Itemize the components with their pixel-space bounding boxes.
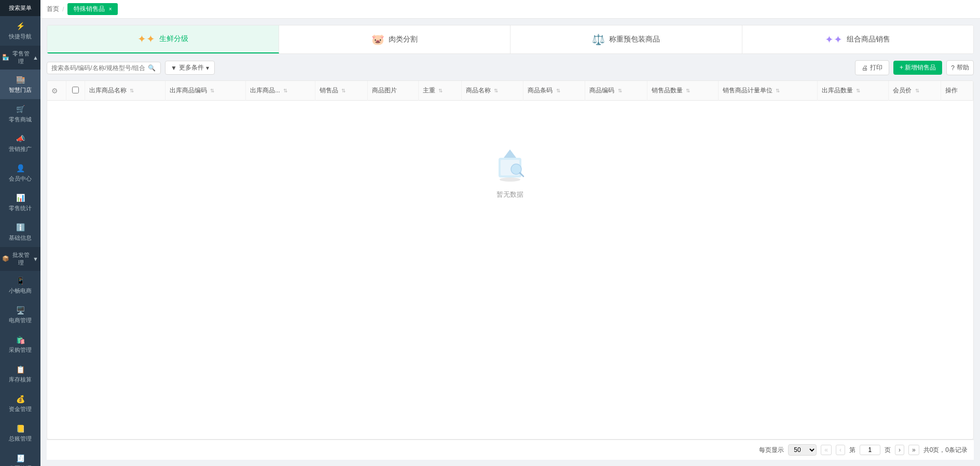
tab-combo-goods[interactable]: ✦✦ 组合商品销售 xyxy=(742,25,974,53)
col-out-product-name[interactable]: 出库商品名称 ⇅ xyxy=(85,81,165,101)
sidebar-item-retail-mall[interactable]: 🛒 零售商城 xyxy=(0,99,40,129)
page-size-label: 每页显示 xyxy=(759,446,784,455)
svg-marker-3 xyxy=(504,149,516,158)
sidebar-item-basic-info[interactable]: ℹ️ 基础信息 xyxy=(0,217,40,247)
member-center-icon: 👤 xyxy=(2,163,38,174)
toolbar: 🔍 ▼ 更多条件 ▾ 🖨 打印 + 新增销售品 ? 帮助 xyxy=(47,60,974,75)
sidebar-item-member-center[interactable]: 👤 会员中心 xyxy=(0,158,40,188)
last-page-button[interactable]: » xyxy=(908,445,919,455)
col-out-product-more[interactable]: 出库商品... ⇅ xyxy=(245,81,315,101)
ledger-mgmt-icon: 📒 xyxy=(2,424,38,434)
print-button[interactable]: 🖨 打印 xyxy=(855,60,889,75)
page-content: ✦✦ 生鲜分级 🐷 肉类分割 ⚖️ 称重预包装商品 ✦✦ 组合商品销售 🔍 xyxy=(40,19,980,466)
prev-page-button[interactable]: ‹ xyxy=(836,445,845,455)
retail-stats-icon: 📊 xyxy=(2,193,38,203)
page-label-pre: 第 xyxy=(849,446,855,455)
sidebar-item-smart-store[interactable]: 🏬 智慧门店 xyxy=(0,70,40,99)
tab-scale-prepack[interactable]: ⚖️ 称重预包装商品 xyxy=(510,25,742,53)
mini-shop-icon: 📱 xyxy=(2,276,38,286)
sort-icon9: ⇅ xyxy=(686,88,690,93)
col-sales-goods[interactable]: 销售品 ⇅ xyxy=(315,81,368,101)
col-product-image: 商品图片 xyxy=(368,81,419,101)
sidebar-item-mini-shop[interactable]: 📱 小畅电商 xyxy=(0,271,40,300)
retail-mall-icon: 🛒 xyxy=(2,104,38,115)
col-product-num[interactable]: 商品编码 ⇅ xyxy=(585,81,647,101)
retail-mgmt-icon: 🏪 xyxy=(2,54,9,61)
sidebar-item-inventory[interactable]: 📋 库存核算 xyxy=(0,360,40,389)
topbar: 首页 / 特殊销售品 × xyxy=(40,0,980,19)
current-page-input[interactable] xyxy=(860,445,880,455)
select-all-checkbox[interactable] xyxy=(72,87,79,93)
sort-icon3: ⇅ xyxy=(283,88,287,93)
help-icon: ? xyxy=(951,64,955,72)
sidebar-item-sales-promo[interactable]: 📣 营销推广 xyxy=(0,129,40,158)
sidebar-item-invoice-mgmt[interactable]: 🧾 发票管理 xyxy=(0,448,40,466)
empty-icon xyxy=(489,142,531,184)
sidebar-logo[interactable]: 搜索菜单 xyxy=(0,0,40,16)
empty-text: 暂无数据 xyxy=(496,190,523,199)
col-product-name[interactable]: 商品名称 ⇅ xyxy=(462,81,523,101)
sort-icon6: ⇅ xyxy=(494,88,498,93)
breadcrumb-active-tab[interactable]: 特殊销售品 × xyxy=(67,3,118,15)
col-checkbox[interactable] xyxy=(66,81,85,101)
tab-fresh-grade[interactable]: ✦✦ 生鲜分级 xyxy=(47,25,279,53)
col-sales-qty[interactable]: 销售品数量 ⇅ xyxy=(647,81,718,101)
combo-goods-icon: ✦✦ xyxy=(825,33,843,46)
col-member-price[interactable]: 会员价 ⇅ xyxy=(889,81,941,101)
empty-state: 暂无数据 xyxy=(47,101,973,241)
chevron-icon2: ▼ xyxy=(33,256,38,262)
toolbar-left: 🔍 ▼ 更多条件 ▾ xyxy=(47,61,215,75)
basic-info-icon: ℹ️ xyxy=(2,223,38,233)
tab-meat-cut[interactable]: 🐷 肉类分割 xyxy=(279,25,511,53)
filter-button[interactable]: ▼ 更多条件 ▾ xyxy=(165,61,215,75)
sort-icon8: ⇅ xyxy=(618,88,622,93)
scale-prepack-icon: ⚖️ xyxy=(592,33,605,46)
ecommerce-mgmt-icon: 🖥️ xyxy=(2,306,38,316)
invoice-mgmt-icon: 🧾 xyxy=(2,454,38,464)
svg-point-0 xyxy=(500,177,520,182)
filter-icon: ▼ xyxy=(171,64,177,72)
sidebar-item-purchase-mgmt[interactable]: 🛍️ 采购管理 xyxy=(0,330,40,360)
sidebar-item-finance[interactable]: 💰 资金管理 xyxy=(0,389,40,419)
wholesale-mgmt-icon: 📦 xyxy=(2,255,9,262)
col-action: 操作 xyxy=(941,81,973,101)
sidebar: 搜索菜单 ⚡ 快捷导航 🏪 零售管理 ▲ 🏬 智慧门店 🛒 零售商城 📣 营销推… xyxy=(0,0,40,466)
chevron-icon: ▲ xyxy=(33,54,38,61)
sidebar-item-ledger-mgmt[interactable]: 📒 总账管理 xyxy=(0,419,40,448)
sidebar-item-quick-nav[interactable]: ⚡ 快捷导航 xyxy=(0,16,40,46)
col-settings[interactable]: ⚙ xyxy=(47,81,66,101)
sort-icon: ⇅ xyxy=(130,88,134,93)
col-barcode[interactable]: 商品条码 ⇅ xyxy=(523,81,585,101)
col-sales-unit[interactable]: 销售商品计量单位 ⇅ xyxy=(718,81,817,101)
sort-icon10: ⇅ xyxy=(776,88,780,93)
page-size-select[interactable]: 50 10 20 100 xyxy=(788,444,817,456)
sidebar-item-retail-mgmt[interactable]: 🏪 零售管理 ▲ xyxy=(0,46,40,70)
col-out-product-code[interactable]: 出库商品编码 ⇅ xyxy=(165,81,245,101)
gear-icon[interactable]: ⚙ xyxy=(51,87,58,95)
breadcrumb-home[interactable]: 首页 xyxy=(47,5,59,13)
add-sales-product-button[interactable]: + 新增销售品 xyxy=(893,61,942,75)
sort-icon2: ⇅ xyxy=(210,88,214,93)
next-page-button[interactable]: › xyxy=(895,445,904,455)
finance-icon: 💰 xyxy=(2,394,38,405)
fresh-grade-icon: ✦✦ xyxy=(137,33,155,45)
search-box[interactable]: 🔍 xyxy=(47,62,161,74)
sidebar-item-ecommerce-mgmt[interactable]: 🖥️ 电商管理 xyxy=(0,300,40,330)
toolbar-right: 🖨 打印 + 新增销售品 ? 帮助 xyxy=(855,60,974,75)
sort-icon12: ⇅ xyxy=(915,88,919,93)
col-out-qty[interactable]: 出库品数量 ⇅ xyxy=(818,81,889,101)
main-content: 首页 / 特殊销售品 × ✦✦ 生鲜分级 🐷 肉类分割 ⚖️ 称重预包装商品 ✦… xyxy=(40,0,980,466)
help-button[interactable]: ? 帮助 xyxy=(946,60,974,75)
quick-nav-icon: ⚡ xyxy=(2,21,38,32)
col-weight[interactable]: 主重 ⇅ xyxy=(418,81,461,101)
meat-cut-icon: 🐷 xyxy=(371,33,384,46)
close-tab-icon[interactable]: × xyxy=(109,6,112,12)
inventory-icon: 📋 xyxy=(2,365,38,375)
first-page-button[interactable]: « xyxy=(821,445,832,455)
search-input[interactable] xyxy=(51,64,145,72)
sidebar-item-retail-stats[interactable]: 📊 零售统计 xyxy=(0,188,40,217)
sidebar-item-wholesale-mgmt[interactable]: 📦 批发管理 ▼ xyxy=(0,247,40,271)
sort-icon11: ⇅ xyxy=(856,88,860,93)
data-table: ⚙ 出库商品名称 ⇅ 出库商品编码 ⇅ xyxy=(47,80,974,440)
search-icon[interactable]: 🔍 xyxy=(148,64,156,72)
